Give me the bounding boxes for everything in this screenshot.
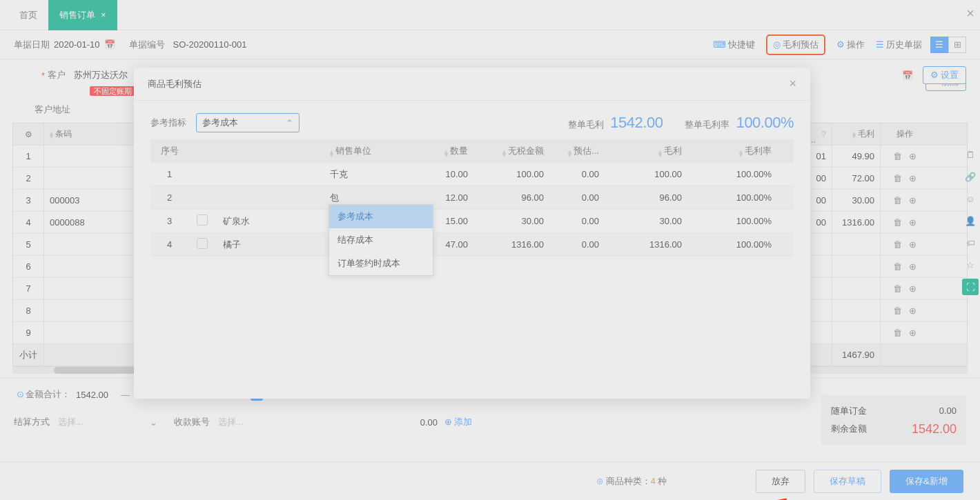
modal-mask[interactable] [0, 0, 980, 500]
